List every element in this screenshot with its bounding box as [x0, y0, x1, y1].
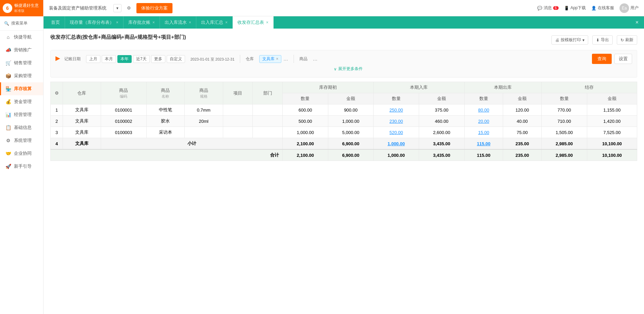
tab-recv-send-close[interactable]: × — [266, 20, 268, 25]
tab-batch-close[interactable]: × — [152, 20, 155, 25]
tab-home-label: 首页 — [51, 19, 60, 26]
search-menu-button[interactable]: 🔍 搜索菜单 — [3, 19, 40, 28]
row-name: 胶水 — [146, 116, 184, 127]
row-in-amt: 460.00 — [419, 116, 464, 127]
topbar-gear-button[interactable]: ⚙ — [126, 4, 132, 12]
col-in-header: 本期入库 — [374, 82, 464, 93]
row-spec: 0.7mm — [184, 104, 223, 116]
tab-batch[interactable]: 库存批次账 × — [123, 16, 160, 29]
sidebar: 6 畅捷通好生意 标准版 🔍 搜索菜单 ⌂ 快捷导航 📣 营销推广 🛒 销售管理… — [0, 0, 44, 314]
tab-home[interactable]: 首页 — [46, 16, 65, 29]
subtotal-out-qty[interactable]: 115.00 — [464, 138, 503, 150]
filter-separator — [240, 55, 240, 63]
row-project — [223, 127, 253, 138]
table-row: 1 文具库 0100001 中性笔 0.7mm 600.00 900.00 25… — [51, 104, 637, 116]
row-out-qty[interactable]: 15.00 — [464, 127, 503, 138]
date-btn-this-month[interactable]: 本月 — [102, 55, 116, 63]
row-warehouse: 文具库 — [63, 116, 101, 127]
warehouse-tag-close[interactable]: × — [276, 56, 278, 61]
tab-stock-dist[interactable]: 现存量（库存分布表） × — [65, 16, 123, 29]
online-service-button[interactable]: 👤 在线客服 — [591, 5, 614, 11]
page-container: 收发存汇总表(按仓库+商品编码+商品+规格型号+项目+部门) 🖨 按模板打印 ▾… — [44, 29, 644, 314]
row-out-qty[interactable]: 20.00 — [464, 116, 503, 127]
total-out-qty: 115.00 — [464, 149, 503, 161]
refresh-button[interactable]: ↻ 刷新 — [617, 35, 637, 45]
warehouse-tag[interactable]: 文具库 × — [259, 55, 281, 63]
message-button[interactable]: 💬 消息 6 — [537, 5, 559, 11]
row-in-qty[interactable]: 230.00 — [374, 116, 419, 127]
close-all-tabs-button[interactable]: × — [633, 19, 641, 26]
row-out-amt: 120.00 — [503, 104, 541, 116]
tab-inout-summary-close[interactable]: × — [225, 20, 228, 25]
system-dropdown[interactable]: ▾ — [113, 4, 121, 12]
tab-inout-flow-label: 出入库流水 — [165, 19, 187, 26]
filter-body: 记账日期 上月 本月 本年 近7天 更多 自定义 2023-01-01 至 20… — [64, 54, 632, 74]
refresh-icon: ↻ — [621, 38, 624, 43]
row-dept — [253, 116, 283, 127]
row-spec — [184, 127, 223, 138]
sidebar-search-section: 🔍 搜索菜单 — [0, 16, 43, 31]
sidebar-item-quick-nav[interactable]: ⌂ 快捷导航 — [0, 31, 43, 44]
date-btn-custom[interactable]: 自定义 — [167, 55, 185, 63]
sidebar-item-basic-info[interactable]: 📋 基础信息 — [0, 121, 43, 134]
date-btn-7days[interactable]: 近7天 — [133, 55, 150, 63]
sidebar-item-purchase[interactable]: 📦 采购管理 — [0, 69, 43, 82]
row-in-qty[interactable]: 520.00 — [374, 127, 419, 138]
sidebar-item-operations[interactable]: 📊 经营管理 — [0, 108, 43, 121]
sidebar-item-inventory[interactable]: 🏪 库存核算 — [0, 82, 43, 95]
total-in-amt: 3,435.00 — [419, 149, 464, 161]
row-out-qty[interactable]: 80.00 — [464, 104, 503, 116]
expand-more-button[interactable]: ∨ 展开更多条件 — [64, 64, 632, 74]
sidebar-item-label: 新手引导 — [14, 163, 32, 169]
user-menu[interactable]: Ea 用户 — [620, 3, 639, 13]
col-settings-header[interactable]: ⚙ — [51, 82, 63, 104]
sidebar-item-guide[interactable]: 🚀 新手引导 — [0, 160, 43, 173]
row-project — [223, 116, 253, 127]
subtotal-in-qty[interactable]: 1,000.00 — [374, 138, 419, 150]
quick-nav-icon: ⌂ — [5, 34, 11, 40]
date-btn-more[interactable]: 更多 — [151, 55, 165, 63]
col-code-header: 商品编码 — [101, 82, 146, 104]
operations-icon: 📊 — [5, 112, 11, 117]
settings-button[interactable]: 设置 — [614, 54, 632, 64]
app-download-button[interactable]: 📱 App下载 — [564, 5, 586, 11]
row-bal-qty: 710.00 — [542, 116, 587, 127]
sidebar-item-marketing[interactable]: 📣 营销推广 — [0, 44, 43, 56]
expand-label: 展开更多条件 — [338, 66, 363, 72]
col-open-amt-header: 金额 — [328, 93, 374, 104]
date-btn-last-month[interactable]: 上月 — [86, 55, 100, 63]
goods-more-button[interactable]: ... — [313, 56, 317, 62]
user-label: 用户 — [630, 5, 639, 11]
filter-toggle-icon[interactable]: ▶ — [55, 54, 60, 62]
subtotal-bal-qty: 2,985.00 — [542, 138, 587, 150]
warehouse-label: 仓库 — [246, 56, 254, 62]
print-button[interactable]: 🖨 按模板打印 ▾ — [551, 35, 588, 45]
tab-batch-label: 库存批次账 — [128, 19, 150, 26]
sidebar-item-enterprise[interactable]: 🤝 企业协同 — [0, 147, 43, 160]
subtotal-open-amt: 6,900.00 — [328, 138, 374, 150]
row-in-qty[interactable]: 250.00 — [374, 104, 419, 116]
sidebar-item-system[interactable]: ⚙ 系统管理 — [0, 134, 43, 147]
topbar-right: 💬 消息 6 📱 App下载 👤 在线客服 Ea 用户 — [537, 3, 639, 13]
tab-inout-flow[interactable]: 出入库流水 × — [160, 16, 196, 29]
sidebar-item-finance[interactable]: 💰 资金管理 — [0, 95, 43, 108]
subtotal-out-amt: 235.00 — [503, 138, 541, 150]
tab-inout-flow-close[interactable]: × — [189, 20, 191, 25]
row-spec: 20ml — [184, 116, 223, 127]
refresh-label: 刷新 — [625, 37, 633, 43]
total-open-qty: 2,100.00 — [283, 149, 328, 161]
date-btn-this-year[interactable]: 本年 — [117, 55, 132, 63]
service-icon: 👤 — [591, 6, 596, 11]
date-label: 记账日期 — [64, 56, 81, 62]
row-dept — [253, 127, 283, 138]
sidebar-item-label: 营销推广 — [14, 47, 32, 53]
export-button[interactable]: ⬇ 导出 — [592, 35, 613, 45]
warehouse-more-button[interactable]: ... — [283, 56, 288, 62]
tab-stock-dist-close[interactable]: × — [116, 20, 118, 25]
query-button[interactable]: 查询 — [592, 54, 612, 64]
message-badge: 6 — [553, 6, 559, 10]
trial-button[interactable]: 体验行业方案 — [136, 3, 172, 13]
tab-inout-summary[interactable]: 出入库汇总 × — [196, 16, 233, 29]
tab-recv-send[interactable]: 收发存汇总表 × — [233, 16, 274, 29]
sidebar-item-sales[interactable]: 🛒 销售管理 — [0, 56, 43, 69]
